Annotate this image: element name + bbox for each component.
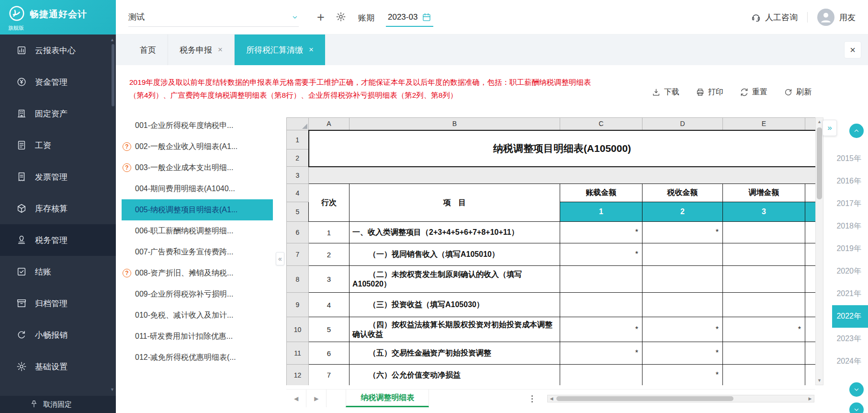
col-header-B[interactable]: B xyxy=(349,118,560,130)
year-rail-down-button[interactable] xyxy=(849,382,864,397)
report-item-3[interactable]: 004-期间费用明细表(A1040... xyxy=(122,178,273,199)
cell-item-2[interactable]: （一）视同销售收入（填写A105010） xyxy=(349,243,560,266)
row-header-9[interactable]: 9 xyxy=(287,293,309,317)
horizontal-scroll-thumb[interactable] xyxy=(556,396,733,401)
close-page-icon[interactable]: × xyxy=(844,41,861,58)
cell-c-3[interactable] xyxy=(560,266,643,293)
empty-band-row[interactable] xyxy=(309,167,816,184)
expand-year-rail-button[interactable]: » xyxy=(823,120,837,136)
year-item-2[interactable]: 2017年 xyxy=(832,193,868,215)
sidebar-item-1[interactable]: 资金管理 xyxy=(0,66,116,98)
header-item[interactable]: 项 目 xyxy=(349,184,560,222)
toolbar-refresh-button[interactable]: 刷新 xyxy=(784,87,812,97)
sidebar-scrollbar[interactable] xyxy=(112,44,114,106)
tab-1[interactable]: 税务申报× xyxy=(168,34,235,65)
year-item-1[interactable]: 2016年 xyxy=(832,170,868,193)
cell-e-6[interactable] xyxy=(723,342,805,365)
header-amount-0[interactable]: 账载金额 xyxy=(560,184,643,202)
cell-item-6[interactable]: （五）交易性金融资产初始投资调整 xyxy=(349,342,560,365)
question-icon[interactable]: ? xyxy=(123,163,131,172)
col-header-C[interactable]: C xyxy=(560,118,643,130)
sidebar-item-3[interactable]: 工资 xyxy=(0,129,116,161)
sidebar-item-8[interactable]: 归档管理 xyxy=(0,287,116,319)
header-amount-1[interactable]: 税收金额 xyxy=(643,184,723,202)
sheet-next-icon[interactable]: ▶ xyxy=(306,390,327,407)
question-icon[interactable]: ? xyxy=(123,142,131,151)
tab-close-icon[interactable]: × xyxy=(309,45,314,55)
account-select[interactable]: 测试 xyxy=(128,8,299,27)
report-item-11[interactable]: 012-减免所得税优惠明细表(... xyxy=(122,347,273,368)
cell-lineno-1[interactable]: 1 xyxy=(309,222,349,243)
cell-f-3[interactable] xyxy=(805,266,816,293)
sheet-title-cell[interactable]: 纳税调整项目明细表(A105000) xyxy=(309,130,816,167)
row-header-10[interactable]: 10 xyxy=(287,317,309,342)
unpin-sidebar-button[interactable]: 取消固定 xyxy=(0,396,116,413)
cell-f-2[interactable] xyxy=(805,243,816,266)
year-item-5[interactable]: 2020年 xyxy=(832,260,868,283)
cell-lineno-3[interactable]: 3 xyxy=(309,266,349,293)
cell-lineno-6[interactable]: 6 xyxy=(309,342,349,365)
tab-0[interactable]: 首页 xyxy=(128,34,168,65)
cell-e-4[interactable] xyxy=(723,293,805,317)
report-item-7[interactable]: ?008-资产折旧、摊销及纳税... xyxy=(122,263,273,284)
sidebar-scroll-down-icon[interactable]: ▼ xyxy=(110,387,114,392)
year-rail-down-button-2[interactable] xyxy=(849,402,864,413)
cell-d-4[interactable] xyxy=(643,293,723,317)
header-colnum-4[interactable] xyxy=(805,202,816,222)
tab-2[interactable]: 所得税汇算清缴× xyxy=(235,34,325,65)
sc roll-down-icon[interactable]: ▼ xyxy=(816,377,823,385)
cell-d-6[interactable]: * xyxy=(643,342,723,365)
toolbar-reset-button[interactable]: 重置 xyxy=(740,87,767,97)
user-name[interactable]: 用友 xyxy=(839,12,856,23)
row-header-7[interactable]: 7 xyxy=(287,243,309,266)
avatar[interactable] xyxy=(817,9,834,26)
cell-e-7[interactable] xyxy=(723,365,805,386)
year-item-0[interactable]: 2015年 xyxy=(832,148,868,170)
cell-e-3[interactable] xyxy=(723,266,805,293)
cell-c-2[interactable]: * xyxy=(560,243,643,266)
report-item-5[interactable]: 006-职工薪酬纳税调整明细... xyxy=(122,220,273,241)
header-colnum-2[interactable]: 2 xyxy=(643,202,723,222)
sidebar-item-0[interactable]: 云报表中心 xyxy=(0,34,116,66)
row-header-4[interactable]: 4 xyxy=(287,184,309,202)
year-item-9[interactable]: 2024年 xyxy=(832,350,868,373)
horizontal-scrollbar[interactable]: ◀ ▶ xyxy=(547,395,814,402)
question-icon[interactable]: ? xyxy=(123,269,131,277)
cell-item-5[interactable]: （四）按权益法核算长期股权投资对初始投资成本调整确认收益 xyxy=(349,317,560,342)
cell-c-4[interactable] xyxy=(560,293,643,317)
year-item-6[interactable]: 2021年 xyxy=(832,283,868,305)
year-item-7[interactable]: 2022年 xyxy=(832,305,868,328)
sidebar-item-5[interactable]: 库存核算 xyxy=(0,193,116,224)
cell-item-1[interactable]: 一、收入类调整项目（2+3+4+5+6+7+8+10+11） xyxy=(349,222,560,243)
sheet-prev-icon[interactable]: ◀ xyxy=(286,390,306,407)
row-header-3[interactable]: 3 xyxy=(287,167,309,184)
sheet-more-icon[interactable] xyxy=(531,398,533,400)
cell-item-4[interactable]: （三）投资收益（填写A105030） xyxy=(349,293,560,317)
report-item-8[interactable]: 009-企业所得税弥补亏损明... xyxy=(122,284,273,305)
cell-e-1[interactable] xyxy=(723,222,805,243)
row-header-11[interactable]: 11 xyxy=(287,342,309,365)
header-amount-2[interactable]: 调增金额 xyxy=(723,184,805,202)
row-header-1[interactable]: 1 xyxy=(287,130,309,149)
cell-c-5[interactable]: * xyxy=(560,317,643,342)
cell-f-7[interactable] xyxy=(805,365,816,386)
cell-item-7[interactable]: （六）公允价值变动净损益 xyxy=(349,365,560,386)
cell-lineno-5[interactable]: 5 xyxy=(309,317,349,342)
cell-d-1[interactable]: * xyxy=(643,222,723,243)
sidebar-item-4[interactable]: 发票管理 xyxy=(0,161,116,193)
report-item-6[interactable]: 007-广告费和业务宣传费跨... xyxy=(122,241,273,263)
header-colnum-1[interactable]: 1 xyxy=(560,202,643,222)
year-item-4[interactable]: 2019年 xyxy=(832,238,868,260)
sheet-tab[interactable]: 纳税调整明细表 xyxy=(346,390,429,407)
collapse-list-handle[interactable]: « xyxy=(276,252,284,265)
row-header-5[interactable]: 5 xyxy=(287,202,309,222)
brand-logo[interactable]: 畅捷通好会计 旗舰版 xyxy=(0,0,116,34)
grid-select-all[interactable] xyxy=(287,118,309,130)
gear-icon[interactable] xyxy=(335,11,347,23)
cell-f-4[interactable] xyxy=(805,293,816,317)
row-header-6[interactable]: 6 xyxy=(287,222,309,243)
report-item-1[interactable]: ?002-一般企业收入明细表(A1... xyxy=(122,136,273,157)
cell-item-3[interactable]: （二）未按权责发生制原则确认的收入（填写A105020） xyxy=(349,266,560,293)
cell-lineno-7[interactable]: 7 xyxy=(309,365,349,386)
sidebar-item-7[interactable]: 结账 xyxy=(0,256,116,287)
